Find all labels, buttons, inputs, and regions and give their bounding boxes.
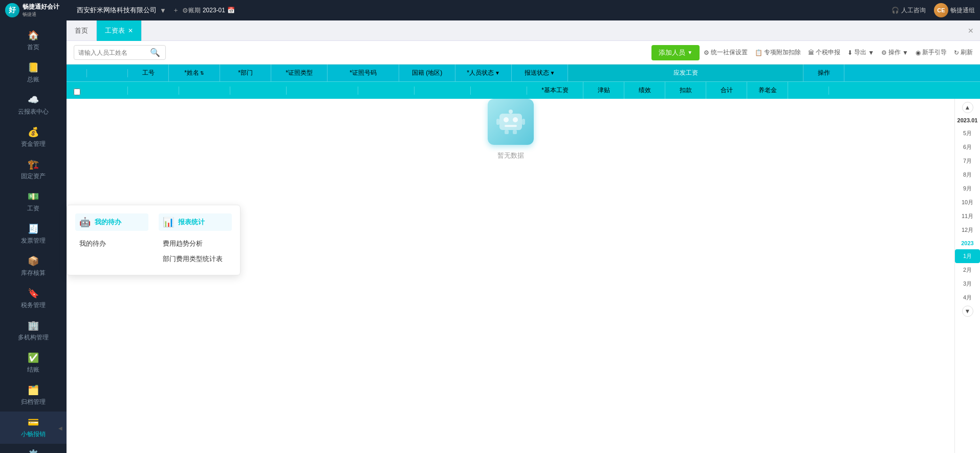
- th-operations-top: 操作: [803, 64, 844, 81]
- tab-close-icon[interactable]: ✕: [128, 27, 133, 34]
- sidebar-item-basic[interactable]: ⚙️ 基础设置: [0, 444, 67, 453]
- sidebar-item-ledger[interactable]: 📒 总账: [0, 57, 67, 89]
- tab-salary-table[interactable]: 工资表 ✕: [97, 20, 142, 41]
- sidebar-item-asset[interactable]: 🏗️ 固定资产: [0, 154, 67, 186]
- invoice-icon: 🧾: [28, 223, 39, 234]
- th-sub-status: [415, 87, 471, 95]
- tabs-bar: 首页 工资表 ✕ ✕: [67, 20, 980, 41]
- submenu-link-dept-stats[interactable]: 部门费用类型统计表: [159, 251, 232, 267]
- sidebar-item-inventory[interactable]: 📦 库存核算: [0, 250, 67, 283]
- th-subsidy: 津贴: [583, 82, 624, 99]
- svg-point-1: [504, 117, 509, 122]
- month-nov[interactable]: 11月: [955, 209, 980, 223]
- table-header: checkbox 工号 *姓名 ⇅ *部门 *证照类型 *证照号码 国籍 (地区…: [67, 64, 980, 99]
- refresh-btn[interactable]: ↻ 刷新: [954, 48, 973, 57]
- month-jun[interactable]: 6月: [955, 140, 980, 154]
- social-security-icon: ⚙: [704, 49, 709, 56]
- sidebar-item-label: 总账: [27, 75, 39, 84]
- sidebar-item-fund[interactable]: 💰 资金管理: [0, 121, 67, 154]
- right-content: 暂无数据 ▲ 2023.01 5月 6月 7月 8月: [67, 99, 980, 453]
- social-security-btn[interactable]: ⚙ 统一社保设置: [704, 48, 748, 57]
- todo-icon: 🤖: [79, 217, 91, 228]
- sidebar-item-multiorg[interactable]: 🏢 多机构管理: [0, 315, 67, 347]
- search-icon: 🔍: [150, 48, 160, 57]
- collapse-arrow-icon: ◀: [58, 425, 62, 430]
- sidebar-item-salary[interactable]: 💵 工资: [0, 186, 67, 218]
- headset-icon: 🎧: [891, 7, 899, 14]
- th-pension: 养老金: [747, 82, 788, 99]
- sidebar-item-label: 税务管理: [21, 301, 46, 310]
- sidebar: 🏠 首页 📒 总账 ☁️ 云报表中心 💰 资金管理 🏗️ 固定资产 💵 工资 🧾…: [0, 20, 67, 453]
- svg-rect-3: [505, 125, 517, 127]
- month-apr[interactable]: 4月: [955, 291, 980, 305]
- toolbar: 🔍 添加人员 ▼ ⚙ 统一社保设置 📋 专项附加扣除 🏛 个税申报: [67, 41, 980, 64]
- tab-home[interactable]: 首页: [67, 20, 97, 41]
- th-dept: *部门: [220, 64, 271, 81]
- basic-icon: ⚙️: [28, 449, 39, 453]
- sidebar-item-label: 结账: [27, 365, 39, 374]
- add-icon[interactable]: ＋: [172, 6, 179, 15]
- svg-rect-0: [499, 114, 522, 130]
- company-selector[interactable]: 西安虾米网络科技有限公司 ▼ ＋ ⚙: [77, 6, 188, 15]
- tax-report-btn[interactable]: 🏛 个税申报: [808, 48, 840, 57]
- month-dec[interactable]: 12月: [955, 223, 980, 237]
- sidebar-item-settle[interactable]: ✅ 结账: [0, 347, 67, 379]
- sidebar-item-expense[interactable]: 💳 小畅报销 ◀: [0, 412, 67, 444]
- month-mar[interactable]: 3月: [955, 277, 980, 291]
- sidebar-item-archive[interactable]: 🗂️ 归档管理: [0, 379, 67, 412]
- top-header: 好 畅捷通好会计 畅捷通 西安虾米网络科技有限公司 ▼ ＋ ⚙ 账期 2023-…: [0, 0, 980, 20]
- export-btn[interactable]: ⬇ 导出 ▼: [847, 48, 874, 57]
- settings-icon[interactable]: ⚙: [182, 7, 188, 14]
- th-status: *人员状态 ▼: [455, 64, 512, 81]
- period-header: 2023.01: [955, 114, 980, 126]
- month-nav-down[interactable]: ▼: [962, 306, 973, 317]
- empty-state: 暂无数据: [67, 99, 954, 160]
- th-sub-operations: [788, 87, 829, 95]
- submenu-link-todo[interactable]: 我的待办: [75, 236, 148, 251]
- month-jul[interactable]: 7月: [955, 154, 980, 168]
- operations-btn[interactable]: ⚙ 操作 ▼: [881, 48, 908, 57]
- month-jan-active[interactable]: 1月: [955, 249, 980, 263]
- th-sub-dept: [179, 87, 230, 95]
- th-total: 合计: [706, 82, 747, 99]
- sidebar-item-label: 工资: [27, 204, 39, 213]
- user-area[interactable]: CE 畅捷通组: [934, 3, 975, 17]
- select-all-checkbox[interactable]: [74, 89, 80, 95]
- add-person-btn[interactable]: 添加人员 ▼: [651, 45, 700, 60]
- submenu-report-header: 📊 报表统计: [159, 213, 232, 231]
- month-oct[interactable]: 10月: [955, 196, 980, 209]
- operations-dropdown-icon: ▼: [902, 49, 908, 56]
- th-base-salary: *基本工资: [527, 82, 583, 99]
- filter-icon[interactable]: ▼: [495, 70, 500, 76]
- th-checkbox-top: [67, 69, 87, 77]
- tax-deduct-btn[interactable]: 📋 专项附加扣除: [755, 48, 801, 57]
- avatar: CE: [934, 3, 948, 17]
- th-sub-checkbox[interactable]: [67, 85, 87, 95]
- new-guide-btn[interactable]: ◉ 新手引导: [916, 48, 947, 57]
- sidebar-item-label: 资金管理: [21, 140, 46, 148]
- search-input-wrap[interactable]: 🔍: [74, 45, 166, 60]
- sidebar-item-invoice[interactable]: 🧾 发票管理: [0, 218, 67, 250]
- sidebar-item-cloud[interactable]: ☁️ 云报表中心: [0, 89, 67, 121]
- sidebar-item-label: 首页: [27, 43, 39, 52]
- sidebar-item-home[interactable]: 🏠 首页: [0, 25, 67, 57]
- tax-deduct-icon: 📋: [755, 49, 763, 56]
- month-nav-up[interactable]: ▲: [962, 102, 973, 113]
- expense-icon: 💳: [28, 417, 39, 428]
- th-sub-name: [128, 87, 179, 95]
- search-input[interactable]: [78, 49, 150, 56]
- calendar-icon[interactable]: 📅: [227, 7, 235, 14]
- logo-text: 畅捷通好会计 畅捷通: [23, 3, 59, 18]
- submenu-link-trend[interactable]: 费用趋势分析: [159, 236, 232, 251]
- month-sep[interactable]: 9月: [955, 182, 980, 196]
- month-may[interactable]: 5月: [955, 126, 980, 140]
- support-btn[interactable]: 🎧 人工咨询: [891, 6, 926, 15]
- th-sub-idtype: [230, 87, 287, 95]
- sidebar-item-tax[interactable]: 🔖 税务管理: [0, 283, 67, 315]
- month-aug[interactable]: 8月: [955, 168, 980, 182]
- month-feb[interactable]: 2月: [955, 263, 980, 277]
- filter2-icon[interactable]: ▼: [550, 70, 555, 76]
- right-panel: ▲ 2023.01 5月 6月 7月 8月 9月: [954, 99, 980, 453]
- close-panel-btn[interactable]: ✕: [962, 27, 980, 35]
- svg-rect-7: [505, 130, 509, 134]
